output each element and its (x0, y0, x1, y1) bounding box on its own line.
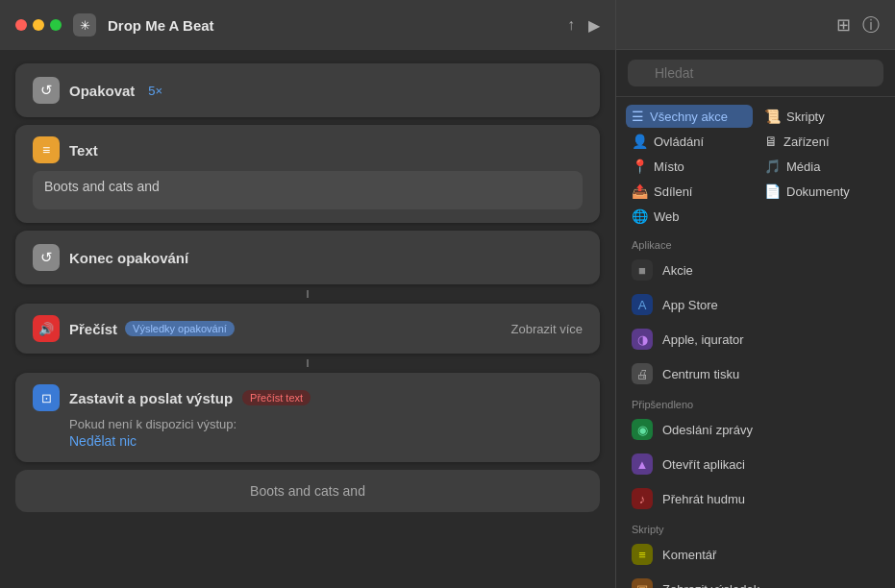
otevreni-label: Otevřít aplikaci (662, 457, 745, 472)
zobrazit-label: Zobrazit výsledek (662, 582, 759, 589)
title-bar: ✳ Drop Me A Beat ↑ ▶ (0, 0, 615, 50)
action-centrum[interactable]: 🖨 Centrum tisku (616, 356, 895, 391)
left-panel: ✳ Drop Me A Beat ↑ ▶ ↺ Opakovat 5× ≡ Tex… (0, 0, 615, 588)
show-more-button[interactable]: Zobrazit více (511, 322, 583, 336)
action-prehrat[interactable]: ♪ Přehrát hudmu (616, 481, 895, 516)
all-actions-icon: ☰ (632, 109, 644, 124)
action-otevreni[interactable]: ▲ Otevřít aplikaci (616, 447, 895, 481)
apple-label: Apple, iqurator (662, 332, 744, 347)
cat-media-label: Média (786, 159, 820, 174)
media-icon: 🎵 (764, 159, 781, 174)
info-button[interactable]: ⓘ (862, 13, 880, 37)
cat-documents[interactable]: 📄 Dokumenty (758, 180, 885, 203)
workflow-area: ↺ Opakovat 5× ≡ Text Boots and cats and … (0, 50, 615, 588)
read-content: Přečíst Výsledky opakování (69, 321, 502, 337)
stop-label: Zastavit a poslat výstup (69, 390, 233, 406)
scripts-section-label: Skripty (616, 516, 895, 537)
cat-control[interactable]: 👤 Ovládání (626, 130, 753, 153)
appstore-icon: A (632, 294, 653, 315)
cat-documents-label: Dokumenty (786, 184, 850, 199)
cat-devices[interactable]: 🖥 Zařízení (758, 130, 885, 153)
prehrat-label: Přehrát hudmu (662, 492, 745, 506)
share-button[interactable]: ↑ (567, 16, 575, 35)
stocks-icon: ■ (632, 259, 653, 281)
categories: ☰ Všechny akce 📜 Skripty 👤 Ovládání 🖥 Za… (616, 97, 895, 232)
minimize-button[interactable] (33, 19, 44, 31)
app-icon: ✳ (73, 13, 96, 37)
cat-media[interactable]: 🎵 Média (758, 155, 885, 178)
text-content: Boots and cats and (44, 179, 160, 194)
cat-all-actions[interactable]: ☰ Všechny akce (626, 105, 753, 128)
otevreni-icon: ▲ (632, 453, 653, 475)
sharing-icon: 📤 (632, 184, 648, 199)
right-panel: ⊞ ⓘ 🔍 ☰ Všechny akce 📜 Skripty 👤 Ovládán… (615, 0, 895, 588)
cat-sharing[interactable]: 📤 Sdílení (626, 180, 753, 203)
add-action-button[interactable]: ⊞ (836, 14, 851, 36)
action-apple[interactable]: ◑ Apple, iqurator (616, 322, 895, 356)
komentar-label: Komentář (662, 548, 716, 562)
connector (15, 290, 600, 298)
stop-icon: ⊡ (33, 384, 60, 411)
right-header: ⊞ ⓘ (616, 0, 895, 50)
action-zobrazit[interactable]: ▣ Zobrazit výsledek (616, 572, 895, 588)
right-scroll: ☰ Všechny akce 📜 Skripty 👤 Ovládání 🖥 Za… (616, 97, 895, 588)
pinned-list: ◉ Odeslání zprávy ▲ Otevřít aplikaci ♪ P… (616, 412, 895, 516)
repeat-label: Opakovat (69, 83, 135, 99)
cat-scripts-label: Skripty (786, 110, 825, 124)
end-repeat-card: ↺ Konec opakování (15, 231, 600, 284)
centrum-icon: 🖨 (632, 363, 653, 384)
documents-icon: 📄 (764, 184, 781, 199)
title-bar-actions: ↑ ▶ (567, 16, 600, 35)
output-text: Boots and cats and (250, 483, 365, 499)
stop-link[interactable]: Nedělat nic (33, 433, 583, 449)
repeat-card: ↺ Opakovat 5× (15, 63, 600, 117)
pinned-section-label: Připšendleno (616, 391, 895, 412)
cat-all-label: Všechny akce (650, 110, 728, 124)
cat-scripts[interactable]: 📜 Skripty (758, 105, 885, 128)
prehrat-icon: ♪ (632, 488, 653, 509)
stop-card: ⊡ Zastavit a poslat výstup Přečíst text … (15, 373, 600, 462)
devices-icon: 🖥 (764, 134, 778, 149)
action-appstore[interactable]: A App Store (616, 287, 895, 322)
text-icon: ≡ (33, 136, 60, 163)
action-komentar[interactable]: ≡ Komentář (616, 537, 895, 572)
location-icon: 📍 (632, 159, 648, 174)
repeat-icon: ↺ (33, 77, 60, 104)
fullscreen-button[interactable] (50, 19, 62, 31)
read-pill[interactable]: Výsledky opakování (125, 321, 235, 336)
stocks-label: Akcie (662, 263, 693, 278)
cat-web[interactable]: 🌐 Web (626, 205, 753, 228)
cat-sharing-label: Sdílení (654, 184, 692, 199)
cat-web-label: Web (654, 209, 680, 224)
appstore-label: App Store (662, 298, 718, 312)
apps-list: ■ Akcie A App Store ◑ Apple, iqurator 🖨 … (616, 253, 895, 391)
connector2 (15, 359, 600, 367)
cat-location-label: Místo (654, 159, 684, 174)
end-repeat-label: Konec opakování (69, 250, 188, 266)
scripts-icon: 📜 (764, 109, 781, 124)
play-button[interactable]: ▶ (588, 16, 600, 35)
centrum-label: Centrum tisku (662, 367, 739, 381)
search-bar: 🔍 (616, 50, 895, 97)
stop-pill[interactable]: Přečíst text (242, 390, 311, 405)
web-icon: 🌐 (632, 208, 648, 224)
text-input[interactable]: Boots and cats and (33, 171, 583, 209)
text-card: ≡ Text Boots and cats and (15, 125, 600, 223)
traffic-lights (15, 19, 62, 31)
stop-sublabel: Pokud není k dispozici výstup: (33, 417, 583, 431)
action-odeslani[interactable]: ◉ Odeslání zprávy (616, 412, 895, 447)
repeat-badge: 5× (148, 84, 162, 98)
cat-location[interactable]: 📍 Místo (626, 155, 753, 178)
read-label: Přečíst (69, 321, 117, 337)
apps-section-label: Aplikace (616, 232, 895, 253)
cat-control-label: Ovládání (654, 135, 704, 149)
action-stocks[interactable]: ■ Akcie (616, 253, 895, 287)
read-card: 🔊 Přečíst Výsledky opakování Zobrazit ví… (15, 304, 600, 354)
apple-icon: ◑ (632, 329, 653, 350)
text-label: Text (69, 142, 98, 159)
search-input[interactable] (628, 60, 883, 86)
output-preview: Boots and cats and (15, 470, 600, 512)
scripts-list: ≡ Komentář ▣ Zobrazit výsledek ▣ Zobrazi… (616, 537, 895, 588)
end-repeat-icon: ↺ (33, 244, 60, 271)
close-button[interactable] (15, 19, 27, 31)
